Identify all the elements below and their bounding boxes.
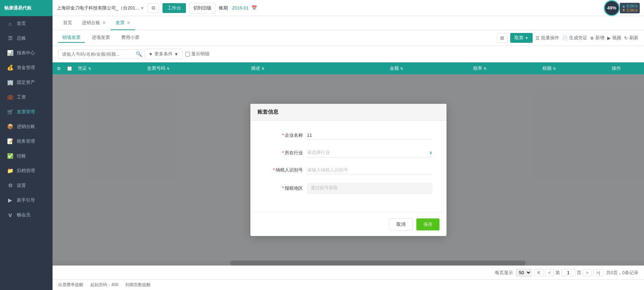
new-button[interactable]: ⊕ 新增 bbox=[590, 35, 604, 41]
company-selector[interactable]: 上海卯金刀电子科技有限公司_（台201... ▼ bbox=[57, 5, 144, 11]
speed-widget: 49% ▲ 8.5K/s ▼ 2.6K/s bbox=[604, 0, 640, 16]
th-check[interactable] bbox=[67, 66, 78, 71]
filter-icon: ▼ bbox=[148, 52, 153, 57]
modal-overlay: 账套信息 *企业名称 *所在行业 bbox=[53, 74, 644, 265]
th-settings[interactable]: ⚙ bbox=[57, 66, 67, 71]
company-name: 上海卯金刀电子科技有限公司_（台201... bbox=[57, 5, 139, 11]
th-voucher: 凭证 ⇅ bbox=[78, 65, 147, 72]
sidebar-item-tax[interactable]: 📝 税务管理 bbox=[0, 134, 53, 149]
sidebar-item-label: 发票管理 bbox=[17, 109, 35, 115]
content-sort-icon[interactable]: ⇅ bbox=[262, 67, 264, 70]
bottom-bar-text2: 起始页码：400 bbox=[90, 282, 118, 288]
sidebar-item-label: 固定资产 bbox=[17, 79, 35, 86]
show-detail-label[interactable]: 显示明细 bbox=[185, 51, 209, 57]
ticket-dropdown-icon: ▼ bbox=[525, 36, 528, 40]
fixed-assets-icon: 🏢 bbox=[7, 79, 13, 86]
next-page-button[interactable]: > bbox=[583, 269, 592, 276]
tax-sort-icon[interactable]: ⇅ bbox=[553, 67, 556, 70]
topbar-right: 49% ▲ 8.5K/s ▼ 2.6K/s bbox=[604, 0, 640, 16]
th-tax-rate: 税率 ⇅ bbox=[473, 65, 542, 72]
ledger-icon: ☰ bbox=[7, 35, 13, 41]
funds-icon: 💰 bbox=[7, 65, 13, 71]
sidebar-item-fixed-assets[interactable]: 🏢 固定资产 bbox=[0, 75, 53, 90]
sidebar-item-label: 畅会员 bbox=[17, 212, 30, 218]
company-name-label: *企业名称 bbox=[264, 132, 303, 139]
sidebar: 畅康通易代账 ⌂ 首页 ☰ 总账 📊 报表中心 💰 资金管理 🏢 固定资产 💼 … bbox=[0, 0, 53, 290]
sidebar-item-label: 工资 bbox=[17, 94, 26, 100]
sidebar-item-settings[interactable]: ⚙ 设置 bbox=[0, 178, 53, 193]
bottom-bar-text1: 出票费率提醒 bbox=[58, 282, 83, 288]
grid-view-button[interactable]: ⊞ bbox=[497, 33, 507, 43]
close-invoice-tab[interactable]: ✕ bbox=[127, 20, 130, 25]
sidebar-item-label: 进销台账 bbox=[17, 123, 35, 130]
sub-tab-expense[interactable]: 费用小票 bbox=[117, 33, 144, 43]
tax-id-input[interactable] bbox=[307, 166, 432, 174]
search-input[interactable] bbox=[58, 49, 142, 59]
company-dropdown-icon: ▼ bbox=[140, 6, 144, 10]
search-left: 🔍 ▼ 更多条件 ▼ 显示明细 bbox=[58, 49, 638, 59]
gear-icon: ⚙ bbox=[7, 182, 13, 189]
th-checkbox[interactable] bbox=[67, 66, 72, 71]
speed-down: ▼ 2.6K/s bbox=[622, 8, 638, 12]
batch-op-button[interactable]: ☰ 批量操作 bbox=[535, 35, 559, 41]
sidebar-item-label: 归档管理 bbox=[17, 168, 35, 174]
percent-circle: 49% bbox=[604, 0, 620, 16]
tab-purchase-sales[interactable]: 进销台账 ✕ bbox=[77, 16, 111, 30]
ticket-button[interactable]: 取票 ▼ bbox=[510, 33, 533, 43]
first-page-button[interactable]: K bbox=[534, 269, 544, 276]
sidebar-item-home[interactable]: ⌂ 首页 bbox=[0, 16, 53, 31]
gen-voucher-button[interactable]: 📄 生成凭证 bbox=[562, 35, 587, 41]
prev-page-button[interactable]: < bbox=[545, 269, 554, 276]
industry-select[interactable]: 请选择行业 ∨ bbox=[307, 148, 432, 157]
tabs-bar: 首页 进销台账 ✕ 发票 ✕ bbox=[53, 16, 644, 30]
sub-tab-sales[interactable]: 销项发票 bbox=[58, 33, 85, 43]
refresh-icon: ↻ bbox=[624, 35, 628, 41]
save-button[interactable]: 保存 bbox=[416, 218, 439, 230]
sub-tab-purchase[interactable]: 进项发票 bbox=[88, 33, 114, 43]
company-name-input[interactable] bbox=[307, 131, 432, 140]
sidebar-item-settlement[interactable]: ✅ 结账 bbox=[0, 149, 53, 163]
sidebar-item-label: 设置 bbox=[17, 182, 26, 189]
tab-home[interactable]: 首页 bbox=[58, 16, 77, 30]
voucher-sort-icon[interactable]: ⇅ bbox=[88, 67, 91, 70]
gen-voucher-icon: 📄 bbox=[562, 35, 568, 41]
workbench-button[interactable]: 工作台 bbox=[162, 3, 186, 13]
sidebar-item-ledger[interactable]: ☰ 总账 bbox=[0, 31, 53, 46]
sidebar-item-member[interactable]: V 畅会员 bbox=[0, 208, 53, 222]
calendar-icon[interactable]: 📅 bbox=[251, 5, 257, 11]
sidebar-item-reports[interactable]: 📊 报表中心 bbox=[0, 46, 53, 60]
sidebar-item-salary[interactable]: 💼 工资 bbox=[0, 90, 53, 104]
sidebar-item-archive[interactable]: 📁 归档管理 bbox=[0, 163, 53, 178]
sidebar-item-guide[interactable]: ▶ 新手引导 bbox=[0, 193, 53, 208]
sidebar-item-invoice[interactable]: 🛒 发票管理 bbox=[0, 104, 53, 119]
filter-button[interactable]: ▼ 更多条件 ▼ bbox=[145, 49, 182, 59]
switch-old-button[interactable]: 切到旧版 bbox=[189, 3, 215, 13]
archive-icon: 📁 bbox=[7, 168, 13, 174]
refresh-button[interactable]: ↻ 刷新 bbox=[624, 35, 638, 41]
close-purchase-tab[interactable]: ✕ bbox=[102, 20, 106, 25]
show-detail-checkbox[interactable] bbox=[185, 52, 190, 56]
invoice-no-sort-icon[interactable]: ⇅ bbox=[167, 67, 169, 70]
tax-id-row: *纳税人识别号 bbox=[264, 166, 432, 174]
tax-rate-sort-icon[interactable]: ⇅ bbox=[484, 67, 486, 70]
video-button[interactable]: ▶ 视频 bbox=[607, 35, 621, 41]
tab-invoice[interactable]: 发票 ✕ bbox=[111, 16, 135, 30]
amount-sort-icon[interactable]: ⇅ bbox=[400, 67, 403, 70]
purchase-sales-icon: 📦 bbox=[7, 123, 13, 130]
period-text: 账期 2016-01 📅 bbox=[219, 5, 257, 11]
per-page-select[interactable]: 50 bbox=[516, 269, 532, 277]
topbar: 上海卯金刀电子科技有限公司_（台201... ▼ ⧉ 工作台 切到旧版 账期 2… bbox=[53, 0, 644, 16]
sidebar-item-funds[interactable]: 💰 资金管理 bbox=[0, 60, 53, 75]
guide-icon: ▶ bbox=[7, 197, 13, 203]
copy-icon-btn[interactable]: ⧉ bbox=[148, 3, 159, 13]
sidebar-item-purchase-sales[interactable]: 📦 进销台账 bbox=[0, 119, 53, 134]
last-page-button[interactable]: >| bbox=[593, 269, 603, 276]
cancel-button[interactable]: 取消 bbox=[389, 218, 413, 230]
video-icon: ▶ bbox=[607, 35, 611, 41]
page-number-input[interactable] bbox=[561, 269, 575, 276]
invoice-icon: 🛒 bbox=[7, 109, 13, 115]
search-button[interactable]: 🔍 bbox=[136, 51, 142, 57]
modal-header: 账套信息 bbox=[250, 104, 446, 121]
th-tax: 税额 ⇅ bbox=[542, 65, 612, 72]
sidebar-item-label: 首页 bbox=[17, 20, 26, 27]
